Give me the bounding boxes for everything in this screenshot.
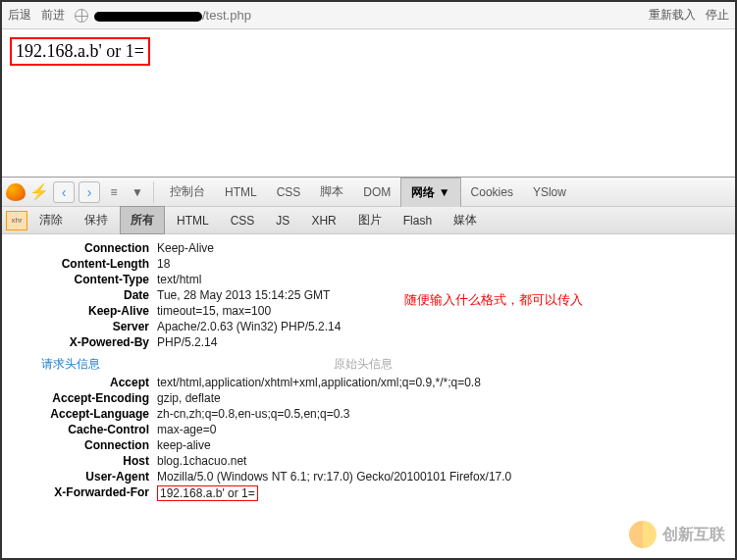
request-headers-tab[interactable]: 请求头信息	[2, 356, 157, 373]
table-row: ServerApache/2.0.63 (Win32) PHP/5.2.14	[2, 319, 735, 334]
table-row: Connectionkeep-alive	[2, 437, 735, 453]
subtab-flash[interactable]: Flash	[394, 209, 442, 232]
dropdown-icon[interactable]: ▼	[128, 182, 147, 202]
tab-console[interactable]: 控制台	[160, 178, 215, 206]
menu-icon[interactable]: ≡	[104, 182, 124, 202]
table-row: Hostblog.1chacuo.net	[2, 453, 735, 469]
back-button[interactable]: 后退	[8, 7, 31, 24]
reload-button[interactable]: 重新载入	[649, 7, 696, 24]
inspect-icon[interactable]: ⚡	[29, 182, 49, 202]
table-row: Keep-Alivetimeout=15, max=100	[2, 303, 735, 319]
headers-pane: ConnectionKeep-Alive Content-Length18 Co…	[2, 234, 735, 560]
globe-icon	[75, 9, 88, 23]
history-back-button[interactable]: ‹	[53, 181, 75, 203]
watermark: 创新互联	[629, 521, 725, 548]
url-bar[interactable]: /test.php	[75, 8, 639, 23]
table-row: ConnectionKeep-Alive	[2, 240, 735, 256]
tab-dom[interactable]: DOM	[353, 179, 400, 205]
section-header: 请求头信息 原始头信息	[2, 350, 735, 375]
table-row: DateTue, 28 May 2013 15:14:25 GMT	[2, 287, 735, 303]
devtools-panel: ⚡ ‹ › ≡ ▼ 控制台 HTML CSS 脚本 DOM 网络 ▼ Cooki…	[2, 177, 735, 560]
history-forward-button[interactable]: ›	[79, 181, 100, 203]
subtab-media[interactable]: 媒体	[444, 207, 487, 233]
subtab-images[interactable]: 图片	[348, 207, 392, 233]
tab-script[interactable]: 脚本	[310, 178, 353, 206]
page-content: 192.168.a.b' or 1=	[2, 29, 735, 177]
watermark-logo-icon	[629, 521, 657, 548]
x-forwarded-for-highlight: 192.168.a.b' or 1=	[157, 485, 258, 501]
table-row: Accepttext/html,application/xhtml+xml,ap…	[2, 375, 735, 390]
raw-headers-tab[interactable]: 原始头信息	[157, 356, 735, 373]
table-row: Accept-Languagezh-cn,zh;q=0.8,en-us;q=0.…	[2, 406, 735, 422]
table-row: Cache-Controlmax-age=0	[2, 422, 735, 437]
table-row: X-Powered-ByPHP/5.2.14	[2, 334, 735, 350]
firebug-icon[interactable]	[6, 182, 26, 202]
divider	[153, 181, 154, 203]
table-row: User-AgentMozilla/5.0 (Windows NT 6.1; r…	[2, 469, 735, 484]
subtab-clear[interactable]: 清除	[29, 207, 73, 233]
stop-button[interactable]: 停止	[706, 7, 729, 24]
subtab-js[interactable]: JS	[266, 209, 299, 232]
table-row: X-Forwarded-For192.168.a.b' or 1=	[2, 484, 735, 502]
devtools-sub-toolbar: xhr 清除 保持 所有 HTML CSS JS XHR 图片 Flash 媒体	[2, 207, 735, 234]
subtab-persist[interactable]: 保持	[75, 207, 118, 233]
table-row: Content-Typetext/html	[2, 272, 735, 287]
forward-button[interactable]: 前进	[41, 7, 65, 24]
subtab-xhr[interactable]: XHR	[301, 209, 345, 232]
devtools-main-toolbar: ⚡ ‹ › ≡ ▼ 控制台 HTML CSS 脚本 DOM 网络 ▼ Cooki…	[2, 178, 735, 207]
tab-html[interactable]: HTML	[215, 179, 267, 205]
tab-css[interactable]: CSS	[267, 179, 311, 205]
tab-net[interactable]: 网络 ▼	[400, 178, 460, 207]
xhr-badge-icon[interactable]: xhr	[6, 211, 27, 230]
table-row: Accept-Encodinggzip, deflate	[2, 390, 735, 406]
tab-yslow[interactable]: YSlow	[523, 179, 576, 205]
table-row: Content-Length18	[2, 256, 735, 272]
subtab-html[interactable]: HTML	[167, 209, 219, 232]
watermark-text: 创新互联	[662, 525, 725, 545]
url-text: /test.php	[94, 8, 251, 23]
annotation-text: 随便输入什么格式，都可以传入	[404, 291, 583, 309]
obscured-domain	[94, 12, 202, 22]
injection-display: 192.168.a.b' or 1=	[10, 37, 150, 66]
subtab-all[interactable]: 所有	[120, 206, 165, 234]
subtab-css[interactable]: CSS	[221, 209, 265, 232]
tab-cookies[interactable]: Cookies	[461, 179, 523, 205]
